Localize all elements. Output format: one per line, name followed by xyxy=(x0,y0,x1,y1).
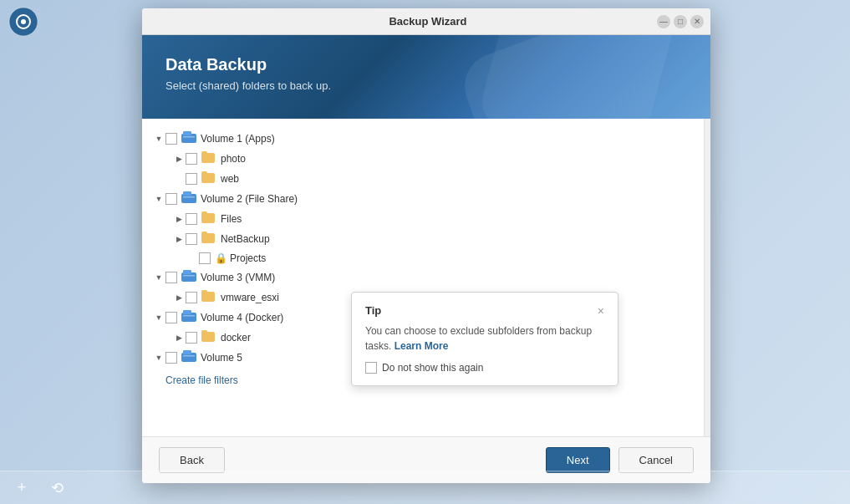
label-docker: docker xyxy=(221,332,251,344)
next-button[interactable]: Next xyxy=(546,447,610,473)
tree-item-vol2[interactable]: Volume 2 (File Share) xyxy=(142,189,704,209)
checkbox-web[interactable] xyxy=(186,173,197,185)
back-button[interactable]: Back xyxy=(159,447,225,473)
arrow-docker[interactable] xyxy=(172,331,186,344)
folder-icon-docker xyxy=(201,330,216,345)
checkbox-vol3[interactable] xyxy=(165,272,177,283)
maximize-button[interactable]: □ xyxy=(674,15,687,28)
learn-more-link[interactable]: Learn More xyxy=(394,340,449,352)
header-subtitle: Select (shared) folders to back up. xyxy=(165,79,687,92)
checkbox-vol2[interactable] xyxy=(165,193,177,205)
window-controls: — □ ✕ xyxy=(657,15,704,28)
desktop: Backup Wizard — □ ✕ Data Backup Select (… xyxy=(0,0,850,504)
arrow-files[interactable] xyxy=(172,212,186,226)
checkbox-files[interactable] xyxy=(186,213,197,225)
minimize-button[interactable]: — xyxy=(657,15,670,28)
volume-icon-2 xyxy=(181,191,196,206)
label-netbackup: NetBackup xyxy=(221,233,270,245)
checkbox-vmware[interactable] xyxy=(186,292,197,303)
folder-icon-photo xyxy=(201,151,216,166)
content-area: Volume 1 (Apps) photo xyxy=(142,119,710,436)
lock-icon-projects: 🔒 xyxy=(215,252,227,264)
close-button[interactable]: ✕ xyxy=(690,15,704,28)
header-banner: Data Backup Select (shared) folders to b… xyxy=(142,35,710,119)
folder-icon-netbackup xyxy=(201,232,216,247)
tree-item-netbackup[interactable]: NetBackup xyxy=(142,229,704,249)
tip-header: Tip × xyxy=(365,304,604,317)
label-vol4: Volume 4 (Docker) xyxy=(201,312,283,323)
svg-rect-7 xyxy=(183,191,191,196)
arrow-vol5[interactable] xyxy=(152,351,165,364)
footer-right-buttons: Next Cancel xyxy=(546,447,694,473)
add-taskbar-button[interactable]: + xyxy=(8,475,35,501)
header-title: Data Backup xyxy=(165,55,687,74)
svg-rect-16 xyxy=(183,350,191,354)
folder-icon-vmware xyxy=(201,290,216,305)
tip-text: You can choose to exclude subfolders fro… xyxy=(365,323,604,354)
checkbox-projects[interactable] xyxy=(199,252,211,264)
checkbox-vol1[interactable] xyxy=(165,133,177,145)
do-not-show-label: Do not show this again xyxy=(382,362,483,374)
folder-icon-web xyxy=(201,171,216,186)
svg-rect-11 xyxy=(183,275,195,277)
svg-rect-8 xyxy=(183,196,195,198)
svg-point-2 xyxy=(21,19,26,24)
checkbox-vol4[interactable] xyxy=(165,312,177,323)
tip-checkbox-row: Do not show this again xyxy=(365,362,604,374)
add-icon: + xyxy=(18,479,27,496)
history-taskbar-button[interactable]: ⟲ xyxy=(43,475,70,501)
volume-icon-5 xyxy=(181,350,196,365)
window-title: Backup Wizard xyxy=(199,15,657,28)
label-files: Files xyxy=(221,213,242,225)
tree-item-vol1[interactable]: Volume 1 (Apps) xyxy=(142,129,704,149)
tree-item-web[interactable]: web xyxy=(142,169,704,189)
folder-icon-files xyxy=(201,211,216,227)
arrow-vol3[interactable] xyxy=(152,271,165,284)
label-vol3: Volume 3 (VMM) xyxy=(201,272,275,283)
tree-item-files[interactable]: Files xyxy=(142,209,704,229)
do-not-show-checkbox[interactable] xyxy=(365,362,377,374)
tree-item-vol3[interactable]: Volume 3 (VMM) xyxy=(142,267,704,288)
label-photo: photo xyxy=(221,153,246,165)
tip-title: Tip xyxy=(365,304,381,317)
arrow-vol2[interactable] xyxy=(152,192,165,206)
taskbar: + ⟲ xyxy=(0,471,850,504)
arrow-netbackup[interactable] xyxy=(172,232,186,246)
label-vol2: Volume 2 (File Share) xyxy=(201,193,298,205)
label-vmware: vmware_esxi xyxy=(221,292,279,303)
tip-close-button[interactable]: × xyxy=(598,305,604,317)
arrow-photo[interactable] xyxy=(172,152,186,165)
arrow-vol4[interactable] xyxy=(152,311,165,324)
volume-icon-3 xyxy=(181,270,196,285)
label-vol1: Volume 1 (Apps) xyxy=(201,133,275,145)
svg-rect-10 xyxy=(183,270,191,274)
svg-rect-14 xyxy=(183,315,195,317)
checkbox-photo[interactable] xyxy=(186,153,197,165)
label-web: web xyxy=(221,173,239,185)
svg-rect-13 xyxy=(183,310,191,314)
backup-wizard-window: Backup Wizard — □ ✕ Data Backup Select (… xyxy=(142,8,710,483)
app-icon[interactable] xyxy=(8,7,38,37)
label-projects: Projects xyxy=(230,252,266,264)
scrollbar[interactable] xyxy=(704,119,710,436)
cancel-button[interactable]: Cancel xyxy=(618,447,694,473)
svg-rect-17 xyxy=(183,355,195,357)
volume-icon-1 xyxy=(181,131,196,146)
titlebar: Backup Wizard — □ ✕ xyxy=(142,8,710,35)
label-vol5: Volume 5 xyxy=(201,352,242,364)
arrow-vol1[interactable] xyxy=(152,132,165,145)
checkbox-netbackup[interactable] xyxy=(186,233,197,245)
checkbox-vol5[interactable] xyxy=(165,352,177,364)
history-icon: ⟲ xyxy=(51,479,64,497)
svg-rect-5 xyxy=(183,136,195,138)
volume-icon-4 xyxy=(181,310,196,325)
arrow-vmware[interactable] xyxy=(172,291,186,304)
tip-popup: Tip × You can choose to exclude subfolde… xyxy=(351,292,618,386)
tree-item-projects[interactable]: 🔒 Projects xyxy=(142,249,704,267)
tree-item-photo[interactable]: photo xyxy=(142,149,704,169)
checkbox-docker[interactable] xyxy=(186,332,197,344)
svg-rect-4 xyxy=(183,131,191,135)
